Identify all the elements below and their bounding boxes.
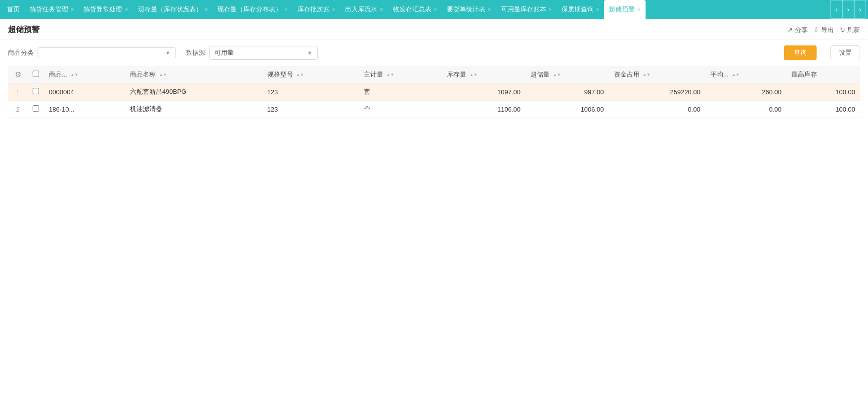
row-number: 1 <box>8 83 28 101</box>
datasource-label: 数据源 <box>186 48 205 57</box>
refresh-icon: ↻ <box>840 26 845 34</box>
page-title: 超储预警 <box>8 25 40 35</box>
spec-cell: 123 <box>262 101 359 118</box>
nav-summary[interactable]: 收发存汇总表 × <box>388 0 442 19</box>
nav-next-arrow[interactable]: › <box>842 0 854 19</box>
nav-overstock[interactable]: 超储预警 × <box>604 0 645 19</box>
nav-exception[interactable]: 拣货异常处理 × <box>79 0 132 19</box>
close-icon[interactable]: × <box>549 6 552 12</box>
nav-stock-status[interactable]: 现存量（库存状况表） × <box>133 0 213 19</box>
export-button[interactable]: ⇩ 导出 <box>814 26 834 35</box>
row-number: 2 <box>8 101 28 118</box>
page-header: 超储预警 ↗ 分享 ⇩ 导出 ↻ 刷新 <box>0 19 868 40</box>
chevron-down-icon: ▼ <box>165 50 171 56</box>
sort-icon[interactable]: ▲▼ <box>553 73 561 77</box>
unit-cell: 套 <box>359 83 442 101</box>
select-all-checkbox[interactable] <box>33 71 39 77</box>
unit-header: 主计量 ▲▼ <box>359 66 442 83</box>
product-code-cell: 0000004 <box>44 83 125 101</box>
close-icon[interactable]: × <box>434 6 437 12</box>
top-navigation: 首页 拣货任务管理 × 拣货异常处理 × 现存量（库存状况表） × 现存量（库存… <box>0 0 868 19</box>
checkbox-column-header <box>28 66 44 83</box>
settings-button[interactable]: 设置 <box>830 45 860 60</box>
sort-icon[interactable]: ▲▼ <box>70 73 78 77</box>
row-checkbox[interactable] <box>33 105 39 112</box>
category-select[interactable]: ▼ <box>38 47 176 58</box>
stock-cell: 1106.00 <box>442 101 525 118</box>
share-icon: ↗ <box>787 26 793 34</box>
overstock-cell: 1006.00 <box>525 101 609 118</box>
close-icon[interactable]: × <box>71 6 74 12</box>
product-name-header: 商品名称 ▲▼ <box>125 66 262 83</box>
nav-task-mgmt[interactable]: 拣货任务管理 × <box>25 0 79 19</box>
capital-cell: 0.00 <box>609 101 705 118</box>
capital-cell: 259220.00 <box>609 83 705 101</box>
close-icon[interactable]: × <box>380 6 383 12</box>
nav-demand-stats[interactable]: 要货单统计表 × <box>442 0 496 19</box>
nav-scroll-arrows: ‹ › › <box>830 0 866 19</box>
table-row: 2 186-10... 机油滤清器 123 个 1106.00 1006.00 … <box>8 101 860 118</box>
max-stock-cell: 100.00 <box>786 83 860 101</box>
chevron-down-icon: ▼ <box>307 50 312 56</box>
spec-cell: 123 <box>262 83 359 101</box>
row-checkbox[interactable] <box>33 88 39 94</box>
avg-cell: 260.00 <box>705 83 786 101</box>
close-icon[interactable]: × <box>205 6 208 12</box>
filter-row: 商品分类 ▼ 数据源 可用量 ▼ 查询 设置 <box>0 40 868 66</box>
datasource-select-value: 可用量 <box>215 48 234 57</box>
datasource-filter-group: 数据源 可用量 ▼ <box>186 46 318 60</box>
sort-icon[interactable]: ▲▼ <box>159 73 167 77</box>
close-icon[interactable]: × <box>332 6 335 12</box>
avg-cell: 0.00 <box>705 101 786 118</box>
nav-avail-stock[interactable]: 可用量库存账本 × <box>496 0 557 19</box>
overstock-header: 超储量 ▲▼ <box>525 66 609 83</box>
refresh-button[interactable]: ↻ 刷新 <box>840 26 860 35</box>
max-stock-cell: 100.00 <box>786 101 860 118</box>
nav-quality[interactable]: 保质期查询 × <box>557 0 604 19</box>
table-header-row: ⚙ 商品... ▲▼ 商品名称 ▲▼ 规格型号 ▲▼ <box>8 66 860 83</box>
sort-icon[interactable]: ▲▼ <box>470 73 477 77</box>
close-icon[interactable]: × <box>637 6 640 12</box>
query-button[interactable]: 查询 <box>784 45 817 60</box>
category-filter-group: 商品分类 ▼ <box>8 47 176 58</box>
datasource-select[interactable]: 可用量 ▼ <box>209 46 318 60</box>
sort-icon[interactable]: ▲▼ <box>296 73 304 77</box>
nav-prev-arrow[interactable]: ‹ <box>830 0 842 19</box>
spec-header: 规格型号 ▲▼ <box>262 66 359 83</box>
unit-cell: 个 <box>359 101 442 118</box>
header-actions: ↗ 分享 ⇩ 导出 ↻ 刷新 <box>787 26 860 35</box>
product-code-header: 商品... ▲▼ <box>44 66 125 83</box>
row-checkbox-cell <box>28 101 44 118</box>
nav-batch-account[interactable]: 库存批次账 × <box>293 0 340 19</box>
avg-header: 平均... ▲▼ <box>705 66 786 83</box>
category-label: 商品分类 <box>8 48 34 57</box>
sort-icon[interactable]: ▲▼ <box>732 73 739 77</box>
product-name-cell: 六配套新昌490BPG <box>125 83 262 101</box>
overstock-table: ⚙ 商品... ▲▼ 商品名称 ▲▼ 规格型号 ▲▼ <box>8 66 860 118</box>
main-content: 超储预警 ↗ 分享 ⇩ 导出 ↻ 刷新 商品分类 ▼ 数据源 <box>0 19 868 395</box>
close-icon[interactable]: × <box>125 6 128 12</box>
share-button[interactable]: ↗ 分享 <box>787 26 808 35</box>
sort-icon[interactable]: ▲▼ <box>387 73 394 77</box>
nav-stock-dist[interactable]: 现存量（库存分布表） × <box>213 0 292 19</box>
nav-home[interactable]: 首页 <box>2 0 25 19</box>
row-checkbox-cell <box>28 83 44 101</box>
sort-icon[interactable]: ▲▼ <box>643 73 651 77</box>
table-row: 1 0000004 六配套新昌490BPG 123 套 1097.00 997.… <box>8 83 860 101</box>
table-container: ⚙ 商品... ▲▼ 商品名称 ▲▼ 规格型号 ▲▼ <box>0 66 868 118</box>
stock-cell: 1097.00 <box>442 83 525 101</box>
export-icon: ⇩ <box>814 26 819 34</box>
stock-header: 库存量 ▲▼ <box>442 66 525 83</box>
product-name-cell: 机油滤清器 <box>125 101 262 118</box>
max-stock-header: 最高库存 <box>786 66 860 83</box>
close-icon[interactable]: × <box>596 6 599 12</box>
capital-header: 资金占用 ▲▼ <box>609 66 705 83</box>
product-code-cell: 186-10... <box>44 101 125 118</box>
close-icon[interactable]: × <box>284 6 287 12</box>
gear-column-header: ⚙ <box>8 66 28 83</box>
gear-icon[interactable]: ⚙ <box>13 70 23 79</box>
nav-more-arrow[interactable]: › <box>854 0 866 19</box>
close-icon[interactable]: × <box>488 6 491 12</box>
nav-flow[interactable]: 出入库流水 × <box>340 0 388 19</box>
overstock-cell: 997.00 <box>525 83 609 101</box>
